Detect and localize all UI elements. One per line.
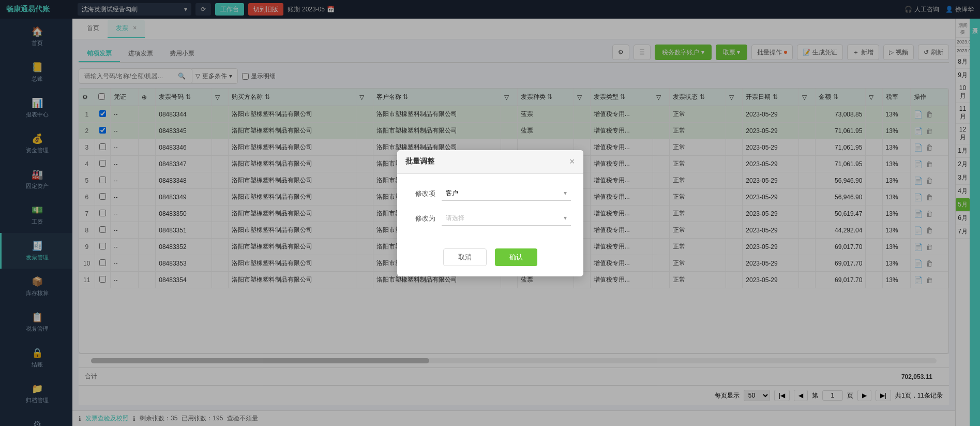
form-row-field: 修改项 客户 bbox=[410, 186, 571, 201]
modal-header: 批量调整 × bbox=[397, 150, 583, 174]
modal-overlay: 批量调整 × 修改项 客户 修改为 请选择 取消 确认 bbox=[0, 0, 980, 426]
value-chevron-icon bbox=[564, 214, 567, 222]
field-select[interactable]: 客户 bbox=[442, 186, 571, 201]
value-select[interactable]: 请选择 bbox=[442, 211, 571, 226]
batch-adjust-modal: 批量调整 × 修改项 客户 修改为 请选择 取消 确认 bbox=[397, 150, 583, 276]
modal-footer: 取消 确认 bbox=[397, 244, 583, 276]
field-chevron-icon bbox=[564, 189, 567, 197]
confirm-btn[interactable]: 确认 bbox=[495, 248, 537, 266]
value-label: 修改为 bbox=[410, 214, 435, 223]
value-placeholder: 请选择 bbox=[446, 214, 464, 223]
modal-body: 修改项 客户 修改为 请选择 bbox=[397, 174, 583, 244]
modal-close-btn[interactable]: × bbox=[569, 156, 575, 167]
modal-title: 批量调整 bbox=[405, 157, 434, 166]
field-value: 客户 bbox=[446, 189, 458, 198]
cancel-btn[interactable]: 取消 bbox=[443, 248, 487, 266]
field-label: 修改项 bbox=[410, 189, 435, 198]
form-row-value: 修改为 请选择 bbox=[410, 211, 571, 226]
